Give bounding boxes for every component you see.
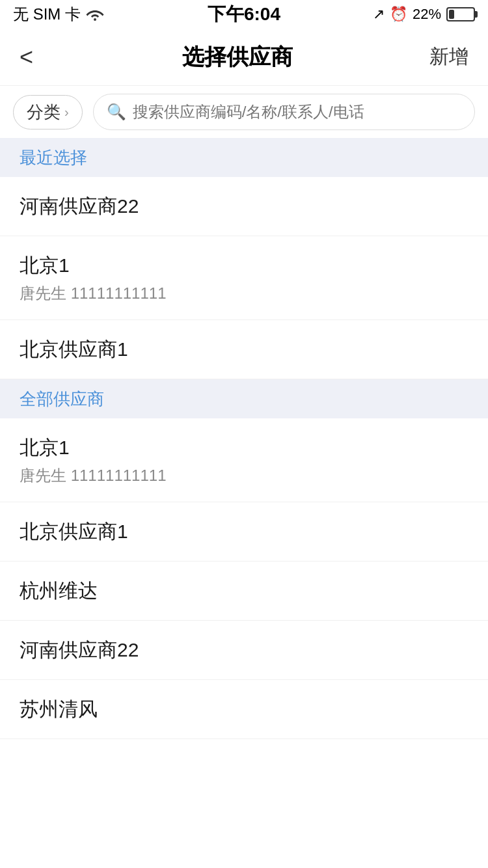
- page-title: 选择供应商: [182, 42, 293, 72]
- list-item[interactable]: 苏州清风: [0, 680, 488, 739]
- item-name: 河南供应商22: [20, 193, 468, 220]
- list-item[interactable]: 河南供应商22: [0, 621, 488, 680]
- search-input[interactable]: [133, 103, 461, 121]
- item-name: 杭州维达: [20, 577, 468, 604]
- item-sub: 唐先生 11111111111: [20, 465, 468, 486]
- item-name: 河南供应商22: [20, 636, 468, 664]
- list-item[interactable]: 北京供应商1: [0, 320, 488, 379]
- list-item[interactable]: 河南供应商22: [0, 177, 488, 236]
- search-icon: 🔍: [107, 103, 126, 121]
- recent-list: 河南供应商22北京1唐先生 11111111111北京供应商1: [0, 177, 488, 379]
- status-carrier: 无 SIM 卡: [13, 4, 104, 25]
- search-box[interactable]: 🔍: [93, 94, 475, 130]
- status-time: 下午6:04: [208, 2, 280, 27]
- recent-section-header: 最近选择: [0, 138, 488, 177]
- all-section-label: 全部供应商: [20, 388, 104, 411]
- list-item[interactable]: 北京1唐先生 11111111111: [0, 418, 488, 502]
- battery-text: 22%: [413, 6, 441, 23]
- battery-icon: [446, 7, 475, 21]
- category-button[interactable]: 分类 ›: [13, 95, 83, 129]
- item-name: 北京供应商1: [20, 518, 468, 545]
- alarm-icon: ⏰: [390, 6, 407, 23]
- recent-section-label: 最近选择: [20, 146, 87, 169]
- back-button[interactable]: <: [20, 44, 59, 71]
- filter-bar: 分类 › 🔍: [0, 86, 488, 138]
- all-section-header: 全部供应商: [0, 379, 488, 418]
- chevron-right-icon: ›: [64, 105, 69, 120]
- item-name: 北京1: [20, 434, 468, 461]
- list-item[interactable]: 北京供应商1: [0, 502, 488, 562]
- nav-bar: < 选择供应商 新增: [0, 29, 488, 86]
- item-name: 北京1: [20, 252, 468, 279]
- item-sub: 唐先生 11111111111: [20, 283, 468, 304]
- list-item[interactable]: 杭州维达: [0, 562, 488, 621]
- status-bar: 无 SIM 卡 下午6:04 ↗ ⏰ 22%: [0, 0, 488, 29]
- item-name: 北京供应商1: [20, 336, 468, 363]
- status-right: ↗ ⏰ 22%: [373, 6, 475, 23]
- location-icon: ↗: [373, 6, 385, 23]
- wifi-icon: [86, 8, 104, 21]
- add-button[interactable]: 新增: [416, 44, 468, 70]
- item-name: 苏州清风: [20, 696, 468, 723]
- all-list: 北京1唐先生 11111111111北京供应商1杭州维达河南供应商22苏州清风: [0, 418, 488, 739]
- category-label: 分类: [27, 101, 61, 124]
- list-item[interactable]: 北京1唐先生 11111111111: [0, 236, 488, 320]
